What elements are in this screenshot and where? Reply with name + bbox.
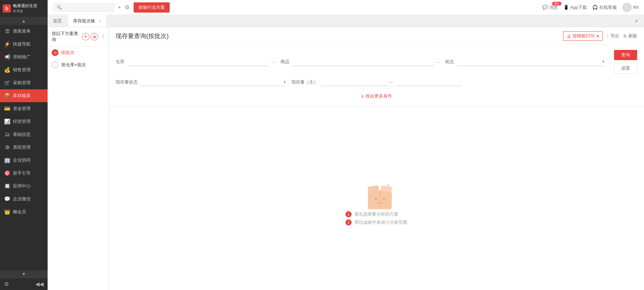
left-panel: 按以下方案查询 + ⊕ 《 ⊙ 按批次 ○ 按仓库+批次 bbox=[48, 27, 109, 290]
svg-point-5 bbox=[390, 188, 391, 189]
warehouse-more-button[interactable]: ··· bbox=[271, 59, 275, 65]
right-panel: 现存量查询(按批次) 🖨 按模板打印 ▾ ↑ 导出 ↻ bbox=[109, 27, 644, 290]
sidebar-item-marketing[interactable]: 📢 营销推广 bbox=[0, 51, 48, 64]
status-input-wrapper: ▾ bbox=[457, 58, 605, 66]
weixin-icon: 💬 bbox=[4, 196, 10, 202]
online-support-label: 在线客服 bbox=[599, 4, 617, 11]
range-dash: — bbox=[386, 79, 396, 85]
status-input[interactable] bbox=[457, 58, 602, 66]
sidebar-nav: ☰ 搜索菜单 ⚡ 快捷导航 📢 营销推广 💰 销售管理 🛒 采购管理 📦 库 bbox=[0, 25, 48, 270]
quicknav-icon: ⚡ bbox=[4, 41, 10, 47]
sales-icon: 💰 bbox=[4, 67, 10, 73]
trial-button[interactable]: 体验行业方案 bbox=[134, 2, 170, 13]
sidebar-item-system[interactable]: ⚙ 系统管理 bbox=[0, 141, 48, 154]
inventory-status-label: 现存量状态 bbox=[116, 79, 138, 85]
close-tab-right-icon[interactable]: ✕ bbox=[634, 18, 644, 24]
action-buttons-group: 查询 设置 bbox=[610, 50, 637, 74]
sidebar-item-enterprise[interactable]: 🏢 企业协同 bbox=[0, 154, 48, 167]
goods-more-button[interactable]: ··· bbox=[436, 59, 440, 65]
inventory-status-filter: 现存量状态 ▾ bbox=[116, 78, 286, 86]
sidebar-item-label: 销售管理 bbox=[13, 67, 31, 73]
topbar-gear-icon[interactable]: ⚙ bbox=[125, 4, 130, 11]
messages-badge: 99+ bbox=[552, 2, 561, 5]
app-download-icon: 📱 bbox=[563, 5, 569, 10]
query-button[interactable]: 查询 bbox=[614, 50, 637, 60]
sidebar-item-search[interactable]: ☰ 搜索菜单 bbox=[0, 25, 48, 38]
username-label: Rit bbox=[633, 5, 639, 10]
tab-close-icon[interactable]: × bbox=[99, 19, 101, 23]
sidebar-item-operation[interactable]: 📊 经营管理 bbox=[0, 115, 48, 128]
tab-home[interactable]: 首页 bbox=[48, 15, 68, 27]
warehouse-input-wrapper bbox=[127, 58, 269, 66]
sidebar-scroll-up[interactable]: ▲ bbox=[0, 17, 48, 25]
sidebar-item-quicknav[interactable]: ⚡ 快捷导航 bbox=[0, 38, 48, 51]
newbie-icon: 🎯 bbox=[4, 170, 10, 176]
member-icon: 👑 bbox=[4, 209, 10, 215]
collapse-up-icon: ∧ bbox=[361, 94, 364, 99]
empty-hint-2: 2 用过滤条件来缩小分析范围 bbox=[345, 219, 407, 225]
sidebar-item-newbie[interactable]: 🎯 新手引导 bbox=[0, 167, 48, 180]
inventory-qty-label: 现存量（主） bbox=[291, 79, 318, 85]
sidebar-item-apps[interactable]: 🔲 应用中心 bbox=[0, 180, 48, 193]
sidebar-item-finance[interactable]: 💳 资金管理 bbox=[0, 102, 48, 115]
empty-hints: 1 请先选择要分析的方案 2 用过滤条件来缩小分析范围 bbox=[345, 211, 407, 225]
print-icon: 🖨 bbox=[567, 34, 571, 39]
messages-action[interactable]: 💬 消息 99+ bbox=[542, 4, 558, 11]
print-button[interactable]: 🖨 按模板打印 ▾ bbox=[563, 31, 603, 41]
sidebar-app-name: 畅康通好生意 bbox=[13, 3, 37, 9]
collapse-more-conditions[interactable]: ∧ 收起更多条件 bbox=[116, 90, 637, 102]
empty-illustration bbox=[359, 172, 393, 206]
sidebar-app-version: 标准版 bbox=[13, 9, 37, 14]
scheme-settings-button[interactable]: ⊕ bbox=[91, 33, 98, 40]
sidebar-item-sales[interactable]: 💰 销售管理 bbox=[0, 64, 48, 76]
sidebar-item-basic[interactable]: 🗂 基础信息 bbox=[0, 128, 48, 141]
scheme-item-batch[interactable]: ⊙ 按批次 bbox=[48, 47, 108, 59]
settings-button[interactable]: 设置 bbox=[614, 63, 637, 74]
inventory-qty-filter: 现存量（主） — bbox=[291, 78, 462, 86]
export-button[interactable]: ↑ 导出 bbox=[607, 33, 620, 39]
topbar-dropdown-icon[interactable]: ▾ bbox=[118, 5, 121, 10]
status-label: 状态 bbox=[445, 59, 454, 65]
sidebar-item-purchase[interactable]: 🛒 采购管理 bbox=[0, 76, 48, 89]
sidebar-item-label: 企业微信 bbox=[13, 196, 31, 202]
page-title: 现存量查询(按批次) bbox=[116, 32, 169, 40]
add-scheme-button[interactable]: + bbox=[82, 33, 89, 40]
scheme-item-warehouse-batch[interactable]: ○ 按仓库+批次 bbox=[48, 59, 108, 71]
purchase-icon: 🛒 bbox=[4, 80, 10, 86]
goods-input[interactable] bbox=[292, 58, 434, 66]
hint-num-2: 2 bbox=[345, 219, 352, 225]
sidebar-item-weixin[interactable]: 💬 企业微信 bbox=[0, 193, 48, 205]
inventory-status-input[interactable] bbox=[140, 78, 284, 86]
refresh-button[interactable]: ↻ 刷新 bbox=[623, 33, 637, 39]
scheme-label: 按批次 bbox=[61, 50, 74, 56]
print-dropdown-icon[interactable]: ▾ bbox=[597, 34, 599, 39]
goods-filter: 商品 ··· bbox=[281, 58, 440, 66]
svg-point-4 bbox=[387, 184, 389, 186]
inventory-status-dropdown-icon[interactable]: ▾ bbox=[284, 79, 286, 85]
user-profile[interactable]: Rit bbox=[622, 3, 639, 12]
operation-icon: 📊 bbox=[4, 119, 10, 125]
inventory-qty-max-input[interactable] bbox=[396, 78, 462, 86]
sidebar-scroll-down[interactable]: ▼ bbox=[0, 270, 48, 278]
tab-inventory-batch[interactable]: 库存批次账 × bbox=[68, 15, 107, 27]
sidebar-item-member[interactable]: 👑 畅会员 bbox=[0, 205, 48, 218]
sidebar-item-inventory[interactable]: 📦 库存核算 bbox=[0, 89, 48, 102]
sidebar-app-info: 畅康通好生意 标准版 bbox=[13, 3, 37, 14]
sidebar-item-label: 搜索菜单 bbox=[13, 28, 31, 34]
inventory-qty-min-input[interactable] bbox=[321, 78, 386, 86]
collapse-sidebar-icon[interactable]: ◀◀ bbox=[35, 281, 44, 287]
topbar: 🔍 ▾ ⚙ 体验行业方案 💬 消息 99+ 📱 App下载 🎧 在 bbox=[48, 0, 644, 15]
collapse-panel-icon[interactable]: 《 bbox=[100, 34, 104, 40]
settings-icon[interactable]: ⚙ bbox=[4, 281, 9, 287]
online-support-action[interactable]: 🎧 在线客服 bbox=[592, 4, 617, 11]
warehouse-input[interactable] bbox=[127, 58, 269, 66]
scheme-active-icon: ⊙ bbox=[52, 49, 58, 56]
warehouse-label: 仓库 bbox=[116, 59, 124, 65]
collapse-label: 收起更多条件 bbox=[366, 93, 392, 99]
sidebar-item-label: 基础信息 bbox=[13, 131, 31, 138]
app-download-action[interactable]: 📱 App下载 bbox=[563, 4, 587, 11]
left-panel-actions: + ⊕ 《 bbox=[82, 33, 104, 40]
status-dropdown-icon[interactable]: ▾ bbox=[602, 59, 605, 64]
topbar-actions: 💬 消息 99+ 📱 App下载 🎧 在线客服 Rit bbox=[542, 3, 639, 12]
sidebar-item-label: 库存核算 bbox=[13, 93, 31, 99]
